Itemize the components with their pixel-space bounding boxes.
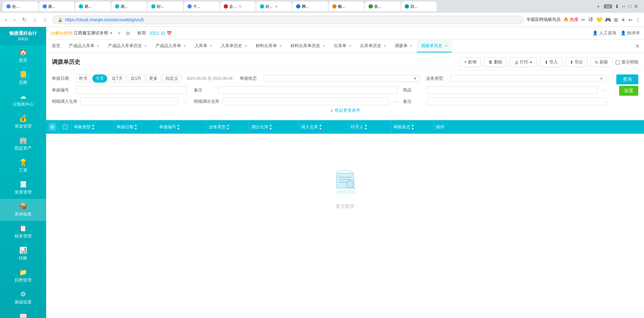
browser-tab-1[interactable]: 新... [39, 1, 75, 11]
date-custom-btn[interactable]: 自定义 [162, 74, 181, 83]
sidebar-item-inventory[interactable]: 📦 库存核查 [0, 199, 46, 221]
out-warehouse-more-icon[interactable]: ··· [393, 99, 397, 104]
address-bar[interactable]: 🔒 https://cloud.chanjet.com/accounting/u… [52, 16, 523, 24]
gear-icon[interactable]: ⚙ [126, 30, 130, 36]
reload-btn[interactable]: ↻ [20, 16, 28, 24]
sidebar-item-invoice[interactable]: 🧾 发票管理 [0, 177, 46, 199]
browser-tab-11[interactable]: 目... [401, 1, 437, 11]
forward-btn[interactable]: › [12, 16, 17, 24]
tab-close-product-stock-in2[interactable]: ✕ [183, 44, 186, 48]
display-checkbox[interactable] [616, 60, 620, 65]
tab-close-material-out-history[interactable]: ✕ [322, 44, 325, 48]
wallet-icon[interactable]: 💛 [596, 17, 602, 23]
undo-icon[interactable]: ↩ [628, 17, 633, 23]
date-1month-btn[interactable]: 近1月 [127, 74, 145, 83]
column-settings-icon[interactable]: ⚙ [49, 123, 56, 131]
in-warehouse-more-icon[interactable]: ··· [182, 99, 187, 104]
period-selector[interactable]: 2021-10 📅 [149, 31, 172, 36]
export-btn[interactable]: ⬆ 导出 [565, 57, 588, 67]
th-out-warehouse[interactable]: 调出仓库 ▲▼ [249, 121, 299, 133]
out-warehouse-input[interactable] [222, 97, 389, 105]
th-doc-type[interactable]: 单账类型 ▲▼ [72, 121, 114, 133]
browser-tab-5[interactable]: 个... [184, 1, 219, 11]
refresh-btn[interactable]: ↻ 刷新 [590, 57, 613, 67]
sidebar-item-fixed-assets[interactable]: 🏢 固定资产 [0, 133, 46, 155]
tab-close-icon-7[interactable]: ✕ [275, 5, 278, 9]
set-btn[interactable]: 设置 [619, 86, 638, 96]
query-btn[interactable]: 查询 [616, 74, 638, 84]
sidebar-item-settings[interactable]: ⚙ 基础设置 [0, 287, 46, 309]
new-btn[interactable]: + 新增 [459, 57, 481, 67]
tab-close-transfer[interactable]: ✕ [410, 44, 413, 48]
sidebar-item-home[interactable]: 🏠 首页 [0, 45, 46, 67]
tab-product-stock-in[interactable]: 产成品入库单 ✕ [65, 40, 104, 52]
print-btn[interactable]: 🖨 🖨 打印 打印 ▼ [510, 57, 537, 67]
back-btn[interactable]: ‹ [4, 16, 9, 24]
translate-icon[interactable]: 译 [588, 17, 593, 23]
browser-tab-10[interactable]: 各... [365, 1, 400, 11]
tab-close-transfer-history[interactable]: ✕ [444, 44, 447, 48]
date-more-btn[interactable]: 更多 [146, 74, 161, 83]
in-warehouse-input[interactable] [80, 97, 178, 105]
th-checkbox[interactable] [59, 122, 72, 132]
tab-close-product-stock-in[interactable]: ✕ [97, 44, 99, 48]
date-today-btn[interactable]: 今天 [92, 74, 107, 83]
tab-stock-out[interactable]: 出库单 ✕ [329, 40, 356, 52]
th-in-warehouse[interactable]: 调入仓库 ▲▼ [299, 121, 349, 133]
th-doc-status[interactable]: 单账状态 ▲▼ [391, 121, 434, 133]
tab-transfer-history[interactable]: 调拨单历史 ✕ [417, 40, 452, 52]
sidebar-item-cloud-report[interactable]: ☁ 云报表中心 [0, 89, 46, 111]
tab-transfer[interactable]: 调拨单 ✕ [391, 40, 417, 52]
tab-close-product-stock-in-history[interactable]: ✕ [144, 44, 147, 48]
game-icon[interactable]: 🎮 [605, 17, 611, 23]
close-btn[interactable]: ✕ [634, 4, 638, 9]
sidebar-item-salary[interactable]: 👷 工资 [0, 155, 46, 177]
downloads-icon[interactable]: ⬇ [615, 4, 619, 9]
collapse-btn[interactable]: ∧ 收起更多条件 [52, 105, 638, 116]
th-doc-date[interactable]: 单据日期 ▲▼ [114, 121, 157, 133]
add-company-btn[interactable]: ＋ [116, 29, 122, 37]
tab-material-out[interactable]: 材料出库单 ✕ [251, 40, 286, 52]
th-gear[interactable]: ⚙ [46, 120, 59, 134]
browser-tab-9[interactable]: 畅... [329, 1, 364, 11]
menu-icon[interactable]: ⋮ [635, 17, 640, 23]
sidebar-item-tax[interactable]: 📋 税务管理 [0, 221, 46, 243]
th-biz-type[interactable]: 业务类型 ▲▼ [207, 121, 249, 133]
sidebar-item-finance[interactable]: 💰 资金管理 [0, 111, 46, 133]
goods-input[interactable] [427, 86, 598, 94]
home-btn[interactable]: ⌂ [31, 16, 38, 24]
status-select[interactable]: ▼ [264, 75, 420, 82]
tab-stock-out-history[interactable]: 出库单历史 ✕ [356, 40, 391, 52]
theme-icon[interactable]: ☀ [621, 17, 626, 23]
display-toggle[interactable]: 显示明细 [616, 59, 638, 65]
import-btn[interactable]: ⬇ 导入 [540, 57, 562, 67]
user-avatar[interactable]: 👤 徐泽华 [621, 30, 640, 36]
tab-product-stock-in2[interactable]: 产成品入库单 ✕ [151, 40, 190, 52]
tab-close-stock-out-history[interactable]: ✕ [383, 44, 386, 48]
browser-tab-6[interactable]: 企... ✕ [220, 1, 256, 11]
minimize-btn[interactable]: ─ [622, 4, 626, 9]
th-handler[interactable]: 经手人 ▲▼ [349, 121, 391, 133]
tab-home[interactable]: 首页 [48, 40, 65, 52]
extensions-icon[interactable]: ✂ [581, 17, 585, 23]
browser-tab-7[interactable]: 好... ✕ [256, 1, 292, 11]
tab-close-stock-in[interactable]: ✕ [209, 44, 212, 48]
delete-btn[interactable]: 🗑 删除 [484, 57, 507, 67]
tab-product-stock-in-history[interactable]: 产成品入库单历史 ✕ [104, 40, 151, 52]
tab-material-out-history[interactable]: 材料出库单历史 ✕ [286, 40, 329, 52]
new-tab-btn[interactable]: ＋ [595, 3, 601, 10]
maximize-btn[interactable]: □ [628, 4, 631, 9]
browser-tab-4[interactable]: 好... [148, 1, 183, 11]
tab-close-stock-out[interactable]: ✕ [349, 44, 351, 48]
select-all-checkbox[interactable] [63, 124, 68, 129]
remark2-input[interactable] [427, 97, 606, 105]
tab-close-material-out[interactable]: ✕ [279, 44, 282, 48]
tab-stock-in-history[interactable]: 入库单历史 ✕ [217, 40, 251, 52]
remark-input[interactable] [218, 86, 397, 94]
browser-tab-3[interactable]: 易... [111, 1, 147, 11]
tab-close-icon-6[interactable]: ✕ [239, 5, 241, 9]
tab-stock-in[interactable]: 入库单 ✕ [190, 40, 217, 52]
browser-tab-2[interactable]: 易... [75, 1, 111, 11]
date-7days-btn[interactable]: 近7天 [109, 74, 126, 83]
tab-bar-close-btn[interactable]: ✕ [632, 43, 643, 50]
